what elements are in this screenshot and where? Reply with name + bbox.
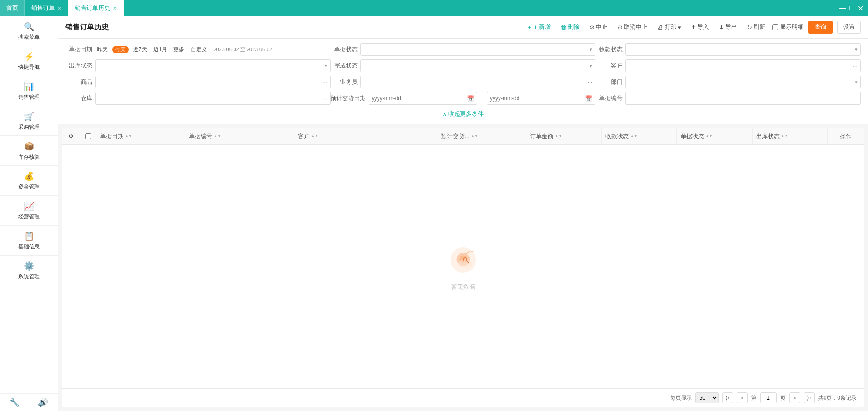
export-button[interactable]: ⬇ 导出 — [716, 22, 740, 33]
department-input[interactable] — [628, 79, 855, 85]
tab-sales-order-history[interactable]: 销售订单历史 ✕ — [68, 0, 124, 16]
select-all-checkbox[interactable] — [85, 133, 91, 139]
warehouse-dots-icon[interactable]: ··· — [322, 95, 327, 102]
date-yesterday[interactable]: 昨天 — [95, 45, 110, 54]
next-page-button[interactable]: ＞ — [789, 392, 800, 403]
th-amount[interactable]: 订单金额 ▲▼ — [526, 128, 601, 144]
print-button[interactable]: 🖨 打印 ▾ — [655, 22, 684, 33]
sidebar-item-operations[interactable]: 📈 经营管理 — [0, 196, 58, 226]
new-button[interactable]: ＋ + 新增 — [524, 22, 553, 33]
tab-sales-order-close[interactable]: ✕ — [58, 5, 62, 11]
date-7days[interactable]: 近7天 — [131, 45, 149, 54]
close-button[interactable]: ✕ — [858, 4, 863, 13]
date-more[interactable]: 更多 — [172, 45, 186, 54]
sidebar-item-basic-info-label: 基础信息 — [18, 243, 40, 251]
page-number-input[interactable] — [760, 392, 777, 403]
sidebar-item-system-mgmt[interactable]: ⚙️ 系统管理 — [0, 256, 58, 285]
warehouse-input[interactable] — [98, 95, 322, 102]
customer-dots-icon[interactable]: ··· — [853, 63, 858, 69]
gear-icon: ⚙ — [68, 133, 74, 140]
outbound-status-input[interactable] — [98, 63, 325, 69]
sidebar-item-basic-info[interactable]: 📋 基础信息 — [0, 226, 58, 256]
content-area: 销售订单历史 ＋ + 新增 🗑 删除 ⊘ 中止 ⊙ 取消中止 — [58, 16, 868, 411]
print-arrow-icon: ▾ — [678, 24, 681, 31]
sidebar-item-inventory-label: 库存核算 — [18, 153, 40, 161]
warehouse-control[interactable]: ··· — [95, 92, 331, 105]
sidebar-item-quick-nav[interactable]: ⚡ 快捷导航 — [0, 46, 58, 76]
sales-rep-input[interactable] — [364, 79, 588, 85]
sidebar-item-inventory[interactable]: 📦 库存核算 — [0, 136, 58, 166]
delete-button[interactable]: 🗑 删除 — [558, 22, 582, 33]
payment-status-input[interactable] — [628, 46, 855, 53]
th-order-status-sort-icon: ▲▼ — [705, 135, 713, 138]
th-num-sort-icon: ▲▼ — [214, 135, 221, 138]
department-control[interactable]: ▾ — [625, 76, 861, 88]
import-button[interactable]: ⬆ 导入 — [688, 22, 712, 33]
sidebar-item-sales-mgmt[interactable]: 📊 销售管理 — [0, 76, 58, 106]
date-1month[interactable]: 近1月 — [152, 45, 169, 54]
sidebar-item-search-menu[interactable]: 🔍 搜索菜单 — [0, 16, 58, 46]
delivery-date-to-input[interactable] — [490, 95, 585, 102]
last-page-button[interactable]: ⟩⟩ — [804, 392, 815, 403]
date-custom[interactable]: 自定义 — [189, 45, 209, 54]
collapse-filters-button[interactable]: ∧ 收起更多条件 — [65, 108, 861, 119]
order-no-label: 单据编号 — [595, 94, 623, 102]
delivery-date-from-calendar-icon[interactable]: 📅 — [467, 95, 474, 102]
minimize-button[interactable]: — — [839, 4, 846, 12]
outbound-status-control[interactable]: ▾ — [95, 59, 331, 72]
customer-control[interactable]: ··· — [625, 59, 861, 72]
payment-status-control[interactable]: ▾ — [625, 43, 861, 56]
product-dots-icon[interactable]: ··· — [322, 79, 327, 86]
filter-sales-rep: 业务员 ··· — [331, 76, 596, 88]
delivery-date-from-input[interactable] — [372, 95, 467, 102]
sales-rep-control[interactable]: ··· — [360, 76, 596, 88]
sidebar-item-purchase-mgmt[interactable]: 🛒 采购管理 — [0, 106, 58, 136]
refresh-button[interactable]: ↻ 刷新 — [744, 22, 768, 33]
first-page-button[interactable]: ⟨⟨ — [722, 392, 733, 403]
per-page-select[interactable]: 50 10 20 100 — [695, 392, 719, 403]
audio-bottom-icon[interactable]: 🔊 — [38, 397, 48, 407]
tab-sales-order-history-close[interactable]: ✕ — [113, 5, 117, 11]
th-date[interactable]: 单据日期 ▲▼ — [96, 128, 185, 144]
tab-home[interactable]: 首页 — [0, 0, 25, 16]
sales-rep-dots-icon[interactable]: ··· — [588, 79, 593, 86]
order-status-input[interactable] — [364, 46, 590, 53]
product-input[interactable] — [98, 79, 322, 85]
th-order-status[interactable]: 单据状态 ▲▼ — [677, 128, 752, 144]
stop-button[interactable]: ⊘ 中止 — [587, 22, 610, 33]
maximize-button[interactable]: □ — [849, 4, 854, 12]
th-check[interactable] — [80, 128, 96, 144]
sidebar-item-capital[interactable]: 💰 资金管理 — [0, 166, 58, 196]
tab-sales-order-label: 销售订单 — [31, 4, 55, 12]
display-detail-check[interactable] — [772, 24, 778, 30]
query-button[interactable]: 查询 — [808, 21, 833, 34]
order-no-input[interactable] — [628, 95, 858, 102]
product-control[interactable]: ··· — [95, 76, 331, 88]
th-delivery-label: 预计交货... — [441, 132, 470, 140]
settings-bottom-icon[interactable]: 🔧 — [10, 397, 19, 407]
sales-mgmt-icon: 📊 — [24, 82, 34, 92]
delete-label: 删除 — [568, 23, 580, 31]
completion-status-input[interactable] — [364, 63, 590, 69]
date-today[interactable]: 今天 — [112, 46, 129, 53]
prev-page-button[interactable]: ＜ — [737, 392, 748, 403]
delivery-date-to-calendar-icon[interactable]: 📅 — [585, 95, 592, 102]
delivery-date-to[interactable]: 📅 — [487, 92, 595, 105]
delivery-date-from[interactable]: 📅 — [369, 92, 477, 105]
export-icon: ⬇ — [719, 24, 724, 31]
th-pay-status[interactable]: 收款状态 ▲▼ — [602, 128, 677, 144]
order-no-control[interactable] — [625, 92, 861, 105]
customer-input[interactable] — [628, 63, 853, 69]
completion-status-control[interactable]: ▾ — [360, 59, 596, 72]
tab-sales-order[interactable]: 销售订单 ✕ — [25, 0, 68, 16]
th-out-status[interactable]: 出库状态 ▲▼ — [753, 128, 828, 144]
th-num[interactable]: 单据编号 ▲▼ — [185, 128, 294, 144]
th-gear[interactable]: ⚙ — [62, 128, 80, 144]
order-status-control[interactable]: ▾ — [360, 43, 596, 56]
setting-button[interactable]: 设置 — [837, 21, 861, 34]
cancel-stop-button[interactable]: ⊙ 取消中止 — [615, 22, 650, 33]
th-delivery[interactable]: 预计交货... ▲▼ — [437, 128, 526, 144]
display-detail-checkbox[interactable]: 显示明细 — [772, 23, 804, 31]
th-client-sort-icon: ▲▼ — [311, 135, 318, 138]
th-client[interactable]: 客户 ▲▼ — [294, 128, 437, 144]
